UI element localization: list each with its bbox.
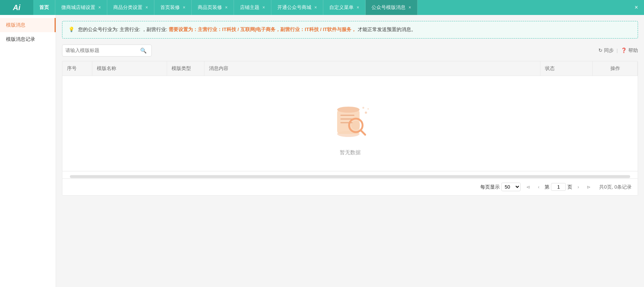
search-bar: 🔍 ↻ 同步 | ❓ 帮助	[62, 45, 638, 57]
page-nav: ⊲ ‹ 第 页 › ⊳	[524, 183, 593, 192]
svg-point-10	[367, 108, 369, 110]
notice-highlight: 需要设置为：主营行业：IT科技 / 互联网|电子商务，副营行业：IT科技 / I…	[169, 27, 356, 32]
th-content: 消息内容	[204, 61, 540, 76]
svg-point-9	[365, 112, 367, 114]
content-area: 💡 您的公众号行业为: 主营行业: ，副营行业: 需要设置为：主营行业：IT科技…	[56, 15, 644, 287]
next-page-button[interactable]: ›	[574, 183, 583, 192]
prev-page-button[interactable]: ‹	[534, 183, 543, 192]
main-layout: 模版消息 模版消息记录 💡 您的公众号行业为: 主营行业: ，副营行业: 需要设…	[0, 15, 644, 287]
tab-template-msg-label: 公众号模版消息	[372, 4, 406, 11]
page-size-select: 每页显示 10 20 50 100	[480, 183, 521, 191]
tab-custom-menu-close[interactable]: ×	[357, 5, 359, 10]
tab-category[interactable]: 商品分类设置 ×	[107, 0, 154, 15]
tab-home-decor[interactable]: 首页装修 ×	[154, 0, 192, 15]
th-seq: 序号	[62, 61, 92, 76]
sync-label: 同步	[604, 47, 614, 54]
tab-store-theme-label: 店铺主题	[240, 4, 259, 11]
tab-store-theme-close[interactable]: ×	[262, 5, 265, 10]
table-header: 序号 模版名称 模版类型 消息内容 状态 操作	[62, 61, 638, 76]
tab-wechat-store-close[interactable]: ×	[98, 5, 101, 10]
notice-box: 💡 您的公众号行业为: 主营行业: ，副营行业: 需要设置为：主营行业：IT科技…	[62, 21, 638, 39]
data-table: 序号 模版名称 模版类型 消息内容 状态 操作	[62, 61, 638, 196]
pagination: 每页显示 10 20 50 100 ⊲ ‹ 第 页 › ⊳	[62, 178, 638, 195]
page-unit: 页	[567, 184, 572, 190]
svg-point-2	[337, 107, 360, 113]
toolbar-divider: |	[617, 48, 618, 53]
sidebar-item-template-msg[interactable]: 模版消息	[0, 18, 56, 32]
notice-icon: 💡	[68, 27, 74, 32]
help-button[interactable]: ❓ 帮助	[621, 47, 638, 54]
sidebar-item-template-msg-log[interactable]: 模版消息记录	[0, 32, 56, 46]
logo-text: Ai	[13, 3, 21, 12]
tab-template-msg-close[interactable]: ×	[409, 5, 411, 10]
svg-line-8	[361, 130, 365, 135]
search-input[interactable]	[65, 48, 140, 53]
empty-state: 暂无数据	[62, 76, 638, 171]
notice-prefix: 您的公众号行业为: 主营行业: ，副营行业:	[78, 27, 169, 32]
svg-point-11	[362, 107, 364, 109]
tab-category-close[interactable]: ×	[145, 5, 148, 10]
th-type: 模版类型	[167, 61, 204, 76]
search-icon[interactable]: 🔍	[140, 48, 147, 54]
help-icon: ❓	[621, 48, 627, 53]
sidebar: 模版消息 模版消息记录	[0, 15, 56, 287]
horizontal-scrollbar[interactable]	[62, 171, 638, 178]
tab-open-mall-close[interactable]: ×	[314, 5, 317, 10]
tab-bar: Ai 首页 微商城店铺设置 × 商品分类设置 × 首页装修 × 商品页装修 × …	[0, 0, 644, 15]
tab-category-label: 商品分类设置	[113, 4, 142, 11]
th-name: 模版名称	[92, 61, 167, 76]
notice-suffix: 才能正常发送预置的消息。	[358, 27, 416, 32]
tab-wechat-store[interactable]: 微商城店铺设置 ×	[55, 0, 107, 15]
scrollbar-track	[70, 175, 630, 178]
sync-icon: ↻	[598, 48, 603, 53]
tab-home[interactable]: 首页	[33, 0, 55, 15]
tab-product-decor[interactable]: 商品页装修 ×	[192, 0, 234, 15]
tab-product-decor-label: 商品页装修	[198, 4, 222, 11]
tab-home-label: 首页	[39, 4, 49, 11]
tab-home-decor-close[interactable]: ×	[183, 5, 185, 10]
help-label: 帮助	[628, 47, 638, 54]
tab-custom-menu[interactable]: 自定义菜单 ×	[323, 0, 366, 15]
tab-open-mall[interactable]: 开通公众号商城 ×	[271, 0, 323, 15]
tab-open-mall-label: 开通公众号商城	[277, 4, 311, 11]
search-input-wrap: 🔍	[62, 45, 152, 57]
last-page-button[interactable]: ⊳	[584, 183, 593, 192]
page-label: 第	[545, 184, 549, 190]
svg-point-7	[351, 121, 360, 130]
empty-icon	[328, 98, 373, 143]
page-size-label: 每页显示	[480, 184, 500, 190]
tab-custom-menu-label: 自定义菜单	[329, 4, 354, 11]
tab-store-theme[interactable]: 店铺主题 ×	[234, 0, 271, 15]
page-size-dropdown[interactable]: 10 20 50 100	[501, 183, 521, 191]
empty-text: 暂无数据	[340, 149, 361, 156]
close-all-button[interactable]: ×	[629, 4, 644, 11]
page-number-input[interactable]	[551, 183, 566, 191]
th-action: 操作	[593, 61, 638, 76]
tab-home-decor-label: 首页装修	[160, 4, 180, 11]
toolbar-right: ↻ 同步 | ❓ 帮助	[598, 47, 638, 54]
first-page-button[interactable]: ⊲	[524, 183, 533, 192]
tab-product-decor-close[interactable]: ×	[225, 5, 228, 10]
th-status: 状态	[540, 61, 593, 76]
sidebar-item-template-msg-log-label: 模版消息记录	[6, 36, 35, 42]
total-info: 共0页, 0条记录	[599, 184, 632, 190]
logo: Ai	[0, 0, 33, 15]
tab-template-msg[interactable]: 公众号模版消息 ×	[366, 0, 417, 15]
sidebar-item-template-msg-label: 模版消息	[6, 22, 25, 28]
tab-wechat-store-label: 微商城店铺设置	[61, 4, 95, 11]
sync-button[interactable]: ↻ 同步	[598, 47, 614, 54]
